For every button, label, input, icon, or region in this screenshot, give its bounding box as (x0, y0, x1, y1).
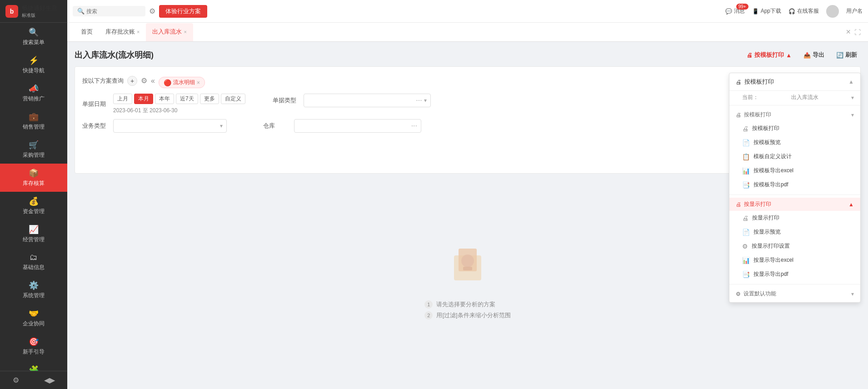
date-btn-lastmonth[interactable]: 上月 (113, 94, 132, 104)
chevron-up-icon: ▲ (786, 52, 792, 59)
sidebar-item-operations[interactable]: 📈 经营管理 (0, 220, 67, 248)
sidebar-item-marketing[interactable]: 📣 营销推广 (0, 79, 67, 107)
template-preview-item[interactable]: 📄 按模板预览 (729, 135, 860, 150)
print-dropdown: 🖨 按模板打印 ▲ 当前： 出入库流水 ▾ 🖨 按模板打印 (729, 73, 861, 303)
template-design-item[interactable]: 📋 模板自定义设计 (729, 150, 860, 164)
biztype-select[interactable]: ▾ (113, 119, 227, 133)
collapse-sidebar-icon[interactable]: ◀▶ (44, 376, 55, 384)
display-pdf-item[interactable]: 📑 按显示导出pdf (729, 267, 860, 281)
sidebar-item-search[interactable]: 🔍 搜索菜单 (0, 23, 67, 51)
logo-text: 畅捷通好生意 标准版 (22, 4, 57, 19)
display-excel-item[interactable]: 📊 按显示导出excel (729, 253, 860, 267)
settings-bottom-icon[interactable]: ⚙ (13, 376, 19, 384)
template-section-label: 按模板打印 (744, 111, 771, 119)
app-download-btn[interactable]: 📱 App下载 (752, 7, 781, 15)
template-section-header[interactable]: 🖨 按模板打印 ▾ (729, 108, 860, 121)
filter-tag-active[interactable]: 🔴 流水明细 × (159, 77, 205, 88)
template-excel-item[interactable]: 📊 按模板导出excel (729, 164, 860, 178)
sidebar-item-sales[interactable]: 💼 销售管理 (0, 107, 67, 135)
main-wrapper: 🔍 ⚙ 体验行业方案 💬 消息 99+ 📱 App下载 🎧 在线客服 用户名 (67, 0, 868, 389)
item-excel-icon: 📊 (742, 167, 750, 175)
filter-date-item: 单据日期 上月 本月 本年 近7天 更多 自定义 2023-06-01 至 20… (82, 94, 245, 115)
filter-settings-icon[interactable]: ⚙ (141, 76, 147, 85)
online-service-btn[interactable]: 🎧 在线客服 (788, 7, 819, 15)
tab-close-main[interactable]: × (846, 27, 851, 37)
template-pdf-item[interactable]: 📑 按模板导出pdf (729, 178, 860, 192)
empty-icon (445, 242, 490, 296)
display-print-section: 🖨 按显示打印 ▲ 🖨 按显示打印 📄 按显示预览 ⚙ 按显示打印设置 (729, 196, 860, 283)
message-btn[interactable]: 💬 消息 99+ (725, 7, 745, 15)
filter-add-btn[interactable]: + (127, 76, 137, 86)
print-template-btn[interactable]: 🖨 按模板打印 ▲ (743, 49, 795, 61)
basic-icon: 🗂 (30, 253, 38, 262)
version-label: 标准版 (22, 12, 57, 19)
display-preview-item[interactable]: 📄 按显示预览 (729, 225, 860, 239)
tag-icon: 🔴 (164, 79, 171, 86)
sidebar-item-inventory[interactable]: 📦 库存核算 (0, 164, 67, 192)
empty-step-2: 2 用[过滤]条件来缩小分析范围 (424, 311, 510, 319)
sidebar-item-system[interactable]: ⚙️ 系统管理 (0, 276, 67, 304)
export-label: 导出 (813, 51, 824, 59)
display-item-settings-icon: ⚙ (742, 243, 748, 250)
sidebar-item-finance[interactable]: 💰 资金管理 (0, 192, 67, 220)
sidebar-item-enterprise[interactable]: 🤝 企业协同 (0, 304, 67, 332)
tab-inout[interactable]: 出入库流水 × (146, 23, 193, 41)
export-icon: 📤 (803, 52, 811, 59)
tab-label: 出入库流水 (152, 28, 182, 36)
date-btn-custom[interactable]: 自定义 (221, 94, 245, 104)
display-print-item[interactable]: 🖨 按显示打印 (729, 211, 860, 225)
warehouse-more-icon[interactable]: ··· (411, 122, 417, 130)
default-section-header[interactable]: ⚙ 设置默认功能 ▾ (729, 287, 860, 300)
display-section-arrow: ▲ (848, 201, 854, 208)
sidebar-item-guide[interactable]: 🎯 新手引导 (0, 332, 67, 360)
current-arrow[interactable]: ▾ (851, 95, 854, 101)
export-btn[interactable]: 📤 导出 (800, 49, 828, 61)
print-dropdown-collapse-icon[interactable]: ▲ (848, 79, 854, 85)
topbar-gear-icon[interactable]: ⚙ (149, 7, 155, 15)
sidebar-item-purchase[interactable]: 🛒 采购管理 (0, 135, 67, 164)
item-label: 按显示打印设置 (752, 242, 790, 250)
sidebar-item-basic[interactable]: 🗂 基础信息 (0, 248, 67, 276)
sidebar-item-appcenter[interactable]: 🧩 应用中心 (0, 360, 67, 371)
tab-maximize[interactable]: ⛶ (854, 29, 861, 36)
warehouse-select[interactable]: ··· (294, 119, 421, 133)
tab-close-batch[interactable]: × (137, 29, 140, 35)
date-btn-7days[interactable]: 近7天 (176, 94, 198, 104)
item-pdf-icon: 📑 (742, 181, 750, 189)
default-section-arrow: ▾ (851, 291, 854, 297)
print-current-row: 当前： 出入库流水 ▾ (729, 91, 860, 104)
filter-collapse-icon[interactable]: « (151, 77, 155, 85)
topbar-right: 💬 消息 99+ 📱 App下载 🎧 在线客服 用户名 (725, 5, 863, 18)
doctype-select[interactable]: ··· ▾ (304, 94, 431, 107)
display-section-header[interactable]: 🖨 按显示打印 ▲ (729, 198, 860, 211)
display-item-preview-icon: 📄 (742, 229, 750, 236)
tab-close-inout[interactable]: × (184, 29, 186, 35)
refresh-btn[interactable]: 🔄 刷新 (833, 49, 861, 61)
template-print-item[interactable]: 🖨 按模板打印 (729, 121, 860, 135)
display-item-excel-icon: 📊 (742, 257, 750, 264)
date-range-display: 2023-06-01 至 2023-06-30 (113, 107, 245, 115)
display-print-header-icon: 🖨 (736, 201, 741, 208)
search-input[interactable] (86, 8, 132, 15)
date-label: 单据日期 (82, 100, 110, 108)
date-btn-thisyear[interactable]: 本年 (155, 94, 174, 104)
current-value: 出入库流水 (791, 94, 818, 101)
step-1-label: 请先选择要分析的方案 (436, 300, 495, 309)
sidebar-item-label: 采购管理 (23, 151, 45, 159)
topbar-search-box[interactable]: 🔍 (73, 6, 145, 16)
sidebar-item-shortcut[interactable]: ⚡ 快捷导航 (0, 51, 67, 79)
date-btn-thismonth[interactable]: 本月 (134, 94, 153, 104)
display-settings-item[interactable]: ⚙ 按显示打印设置 (729, 239, 860, 253)
tab-batch[interactable]: 库存批次账 × (99, 23, 146, 41)
display-item-print-icon: 🖨 (742, 214, 748, 222)
avatar[interactable] (826, 5, 839, 18)
sidebar: b 畅捷通好生意 标准版 🔍 搜索菜单 ⚡ 快捷导航 📣 营销推广 💼 销售管理… (0, 0, 67, 389)
inventory-icon: 📦 (29, 168, 39, 178)
doctype-label: 单据类型 (273, 96, 300, 105)
sidebar-item-label: 系统管理 (23, 292, 45, 299)
tab-home[interactable]: 首页 (75, 23, 99, 41)
date-btn-more[interactable]: 更多 (200, 94, 219, 104)
doctype-more-icon[interactable]: ··· (416, 96, 422, 105)
tag-close-icon[interactable]: × (197, 80, 200, 86)
industry-btn[interactable]: 体验行业方案 (159, 5, 207, 18)
